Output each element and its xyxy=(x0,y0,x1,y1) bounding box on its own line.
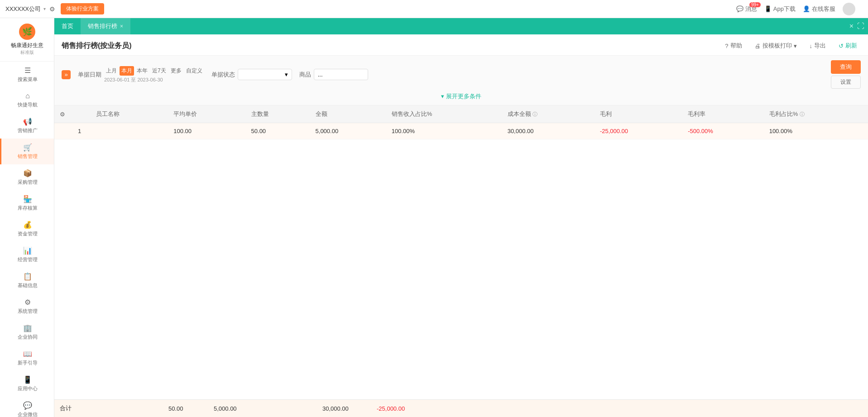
sidebar-item-apps[interactable]: 📱 应用中心 xyxy=(0,371,54,397)
table-settings-icon[interactable]: ⚙ xyxy=(60,111,65,118)
sidebar-item-enterprise[interactable]: 🏢 企业协同 xyxy=(0,319,54,345)
date-prev-month-button[interactable]: 上月 xyxy=(104,66,119,76)
sidebar-item-search[interactable]: ☰ 搜索菜单 xyxy=(0,62,54,87)
sidebar-item-shortcut[interactable]: ⌂ 快捷导航 xyxy=(0,87,54,113)
filter-area: » 单据日期 上月 本月 本年 近7天 更多 自定义 xyxy=(54,56,868,105)
sidebar-item-label: 销售管理 xyxy=(18,153,38,160)
row-settings-cell xyxy=(54,123,72,139)
row-quantity-cell: 50.00 xyxy=(246,123,310,139)
sidebar-item-basic[interactable]: 📋 基础信息 xyxy=(0,268,54,293)
trial-button[interactable]: 体验行业方案 xyxy=(61,3,104,14)
expand-chevron-icon: ▾ xyxy=(441,93,444,100)
status-select[interactable]: ▾ xyxy=(238,69,292,80)
logo-area: 🌿 畅康通好生意 标准版 xyxy=(0,18,54,62)
col-avg-price: 平均单价 xyxy=(168,105,245,123)
cost-info-icon[interactable]: ⓘ xyxy=(532,111,537,117)
tab-close-icon[interactable]: × xyxy=(120,23,123,29)
col-cost: 成本全额 ⓘ xyxy=(502,105,595,123)
sidebar-item-label: 基础信息 xyxy=(18,282,38,289)
sidebar-item-label: 搜索菜单 xyxy=(18,76,38,83)
query-button[interactable]: 查询 xyxy=(831,60,861,74)
row-cost-cell: 30,000.00 xyxy=(502,123,595,139)
online-service-button[interactable]: 👤 在线客服 xyxy=(803,5,835,13)
template-print-label: 按模板打印 xyxy=(762,42,792,50)
avatar[interactable] xyxy=(843,3,855,15)
goods-filter-label: 商品 xyxy=(299,71,311,79)
date-range-text: 2023-06-01 至 2023-06-30 xyxy=(104,77,204,83)
gross-pct-info-icon[interactable]: ⓘ xyxy=(800,111,805,117)
sidebar-item-wechat[interactable]: 💬 企业微信 xyxy=(0,397,54,417)
tab-sales-rank[interactable]: 销售排行榜 × xyxy=(81,18,130,34)
help-label: 帮助 xyxy=(730,42,742,50)
content-area: 首页 销售排行榜 × × ⛶ 销售排行榜(按业务员) ? 帮助 xyxy=(54,18,868,417)
basic-icon: 📋 xyxy=(23,272,32,281)
template-print-button[interactable]: 🖨 按模板打印 ▾ xyxy=(751,40,801,52)
message-badge: 99+ xyxy=(749,2,761,7)
tab-sales-rank-label: 销售排行榜 xyxy=(88,22,117,30)
help-button[interactable]: ? 帮助 xyxy=(721,40,745,52)
service-icon: 👤 xyxy=(803,5,810,12)
sidebar-item-guide[interactable]: 📖 新手引导 xyxy=(0,345,54,371)
sidebar-item-label: 快捷导航 xyxy=(18,101,38,108)
date-7days-button[interactable]: 近7天 xyxy=(150,66,168,76)
system-icon: ⚙ xyxy=(24,298,31,307)
expand-more-filters-button[interactable]: ▾ 展开更多条件 xyxy=(62,92,861,101)
row-rank-cell: 1 xyxy=(72,123,91,139)
search-menu-icon: ☰ xyxy=(24,66,31,75)
goods-input[interactable]: ... xyxy=(314,69,368,80)
sidebar-item-operation[interactable]: 📊 经营管理 xyxy=(0,242,54,268)
sidebar-item-finance[interactable]: 💰 资金管理 xyxy=(0,216,54,242)
export-button[interactable]: ↓ 导出 xyxy=(806,40,830,52)
service-label: 在线客服 xyxy=(812,5,835,13)
sidebar-item-label: 采购管理 xyxy=(18,179,38,186)
col-settings[interactable]: ⚙ xyxy=(54,105,72,123)
wechat-icon: 💬 xyxy=(23,401,32,410)
goods-filter-group: 商品 ... xyxy=(299,69,368,80)
tab-close-window-icon[interactable]: × xyxy=(849,22,854,30)
footer-amount: 5,000.00 xyxy=(214,405,268,412)
sales-pct-value: 100.00% xyxy=(392,128,415,134)
date-more-button[interactable]: 更多 xyxy=(169,66,183,76)
page-content: 销售排行榜(按业务员) ? 帮助 🖨 按模板打印 ▾ ↓ 导出 xyxy=(54,34,868,417)
sidebar-item-system[interactable]: ⚙ 系统管理 xyxy=(0,293,54,319)
app-download-button[interactable]: 📱 App下载 xyxy=(764,5,796,13)
date-current-month-button[interactable]: 本月 xyxy=(120,66,134,76)
apps-icon: 📱 xyxy=(23,375,32,384)
refresh-button[interactable]: ↺ 刷新 xyxy=(835,40,861,52)
sidebar: 🌿 畅康通好生意 标准版 ☰ 搜索菜单 ⌂ 快捷导航 📢 营销推广 🛒 销售管理… xyxy=(0,18,54,417)
sidebar-item-purchase[interactable]: 📦 采购管理 xyxy=(0,164,54,190)
message-button[interactable]: 💬 消息 99+ xyxy=(736,5,757,13)
sidebar-item-marketing[interactable]: 📢 营销推广 xyxy=(0,113,54,139)
sidebar-item-inventory[interactable]: 🏪 库存核算 xyxy=(0,190,54,216)
filter-toggle-button[interactable]: » xyxy=(62,70,71,79)
tab-right-actions: × ⛶ xyxy=(849,22,868,30)
date-custom-button[interactable]: 自定义 xyxy=(184,66,204,76)
sidebar-item-label: 新手引导 xyxy=(18,359,38,366)
footer-label: 合计 xyxy=(60,404,168,412)
tab-home[interactable]: 首页 xyxy=(54,18,81,34)
logo-sub: 标准版 xyxy=(20,49,34,56)
col-sales-pct: 销售收入占比% xyxy=(386,105,502,123)
logo-icon: 🌿 xyxy=(19,24,35,40)
sidebar-item-label: 营销推广 xyxy=(18,127,38,134)
table-header-row: ⚙ 员工名称 平均单价 主数量 全额 销售收入占比% 成本全额 ⓘ xyxy=(54,105,868,123)
footer-quantity: 50.00 xyxy=(168,405,214,412)
logo-text: 畅康通好生意 xyxy=(11,42,43,49)
export-label: 导出 xyxy=(814,42,826,50)
tab-maximize-icon[interactable]: ⛶ xyxy=(857,22,864,30)
sidebar-item-sales[interactable]: 🛒 销售管理 xyxy=(0,139,54,164)
print-chevron-icon: ▾ xyxy=(794,43,797,49)
company-selector[interactable]: XXXXXX公司 ▾ xyxy=(5,5,46,13)
tab-bar: 首页 销售排行榜 × × ⛶ xyxy=(54,18,868,34)
help-icon: ? xyxy=(725,43,728,49)
status-filter-label: 单据状态 xyxy=(211,71,235,79)
settings-icon[interactable]: ⚙ xyxy=(49,5,55,13)
date-current-year-button[interactable]: 本年 xyxy=(135,66,149,76)
col-amount: 全额 xyxy=(310,105,386,123)
table-settings-button[interactable]: 设置 xyxy=(831,76,861,89)
table-footer: 合计 50.00 5,000.00 30,000.00 -25,000.00 xyxy=(54,399,868,417)
row-gross-cell: -25,000.00 xyxy=(595,123,682,139)
app-label: App下载 xyxy=(773,5,796,13)
col-gross: 毛利 xyxy=(595,105,682,123)
tab-home-label: 首页 xyxy=(62,22,73,30)
